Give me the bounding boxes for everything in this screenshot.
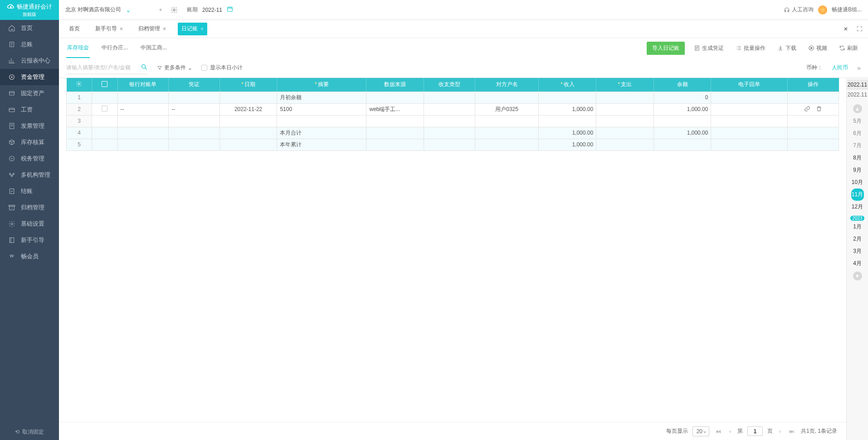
vip-icon — [8, 253, 15, 260]
username[interactable]: 畅捷通B组... — [832, 6, 862, 14]
col-expense[interactable]: 支出 — [596, 78, 654, 92]
close-icon[interactable]: × — [200, 26, 204, 32]
col-counterparty[interactable]: 对方户名 — [475, 78, 539, 92]
col-action[interactable]: 操作 — [788, 78, 839, 92]
search-input[interactable] — [66, 64, 137, 71]
gear-icon — [76, 81, 82, 87]
sidebar-item-3[interactable]: 资金管理 — [0, 69, 59, 85]
col-io-type[interactable]: 收支类型 — [424, 78, 475, 92]
table-row[interactable]: 3 — [67, 115, 839, 127]
close-all-tabs[interactable]: ✕ — [841, 26, 851, 32]
video-button[interactable]: 视频 — [805, 43, 830, 54]
avatar[interactable] — [818, 5, 827, 15]
generate-voucher-button[interactable]: 生成凭证 — [691, 43, 727, 54]
sidebar-item-5[interactable]: 工资 — [0, 102, 59, 118]
next-page-button[interactable]: › — [777, 428, 783, 435]
sub-tab-0[interactable]: 库存现金 — [66, 38, 90, 58]
calendar-icon[interactable] — [227, 6, 233, 14]
sidebar-item-12[interactable]: 基础设置 — [0, 216, 59, 232]
month-item[interactable]: 12月 — [850, 201, 864, 213]
month-item[interactable]: 5月 — [850, 115, 864, 127]
col-balance[interactable]: 余额 — [653, 78, 711, 92]
month-item[interactable]: 6月 — [850, 127, 864, 140]
month-item[interactable]: 9月 — [850, 164, 864, 176]
col-income[interactable]: 收入 — [539, 78, 596, 92]
month-item[interactable]: 8月 — [850, 152, 864, 164]
sidebar-item-0[interactable]: 首页 — [0, 20, 59, 36]
table-settings-header[interactable] — [67, 78, 92, 92]
refresh-button[interactable]: 刷新 — [836, 43, 861, 54]
ledger-icon — [8, 41, 15, 48]
page-tab-2[interactable]: 归档管理× — [135, 23, 170, 35]
page-tab-1[interactable]: 新手引导× — [92, 23, 127, 35]
sidebar-item-4[interactable]: 固定资产 — [0, 85, 59, 102]
sidebar-item-1[interactable]: 总账 — [0, 36, 59, 53]
month-item[interactable]: 10月 — [850, 176, 864, 189]
delete-icon[interactable] — [816, 107, 822, 113]
sidebar-item-14[interactable]: 畅会员 — [0, 248, 59, 265]
month-item[interactable]: 7月 — [850, 140, 864, 152]
row-checkbox[interactable] — [102, 106, 107, 111]
guide-icon — [8, 237, 15, 244]
first-page-button[interactable]: ⏮ — [714, 428, 723, 435]
table-row[interactable]: 2 -- -- 2022-11-22 5100 web端手工... 用户0325… — [67, 103, 839, 115]
table-row[interactable]: 5本年累计1,000.00 — [67, 139, 839, 150]
col-source[interactable]: 数据来源 — [366, 78, 424, 92]
year-pill-0[interactable]: 2022.11 — [847, 80, 868, 90]
search-icon[interactable] — [141, 63, 148, 72]
col-voucher[interactable]: 凭证 — [169, 78, 220, 92]
sub-tab-1[interactable]: 中行办庄... — [101, 38, 129, 58]
import-button[interactable]: 导入日记账 — [647, 42, 685, 55]
month-item[interactable]: 2月 — [850, 233, 864, 245]
help-link[interactable]: 人工咨询 — [784, 6, 814, 14]
currency-selector[interactable]: 人民币 — [832, 64, 848, 72]
month-item[interactable]: 11月 — [851, 189, 864, 201]
per-page-select[interactable]: 20 — [692, 426, 709, 436]
close-icon[interactable]: × — [163, 26, 166, 32]
month-item[interactable]: 3月 — [850, 245, 864, 257]
sidebar-item-6[interactable]: 发票管理 — [0, 118, 59, 134]
last-page-button[interactable]: ⏭ — [787, 428, 796, 435]
page-tab-0[interactable]: 首页 — [65, 23, 83, 35]
page-tab-3[interactable]: 日记账× — [178, 23, 207, 35]
show-subtotal-checkbox[interactable]: 显示本日小计 — [201, 64, 243, 72]
sidebar-item-13[interactable]: 新手引导 — [0, 232, 59, 248]
sidebar-item-2[interactable]: 云报表中心 — [0, 53, 59, 69]
download-button[interactable]: 下载 — [775, 43, 799, 54]
sidebar-item-9[interactable]: 多机构管理 — [0, 167, 59, 183]
checkbox-icon — [201, 65, 207, 71]
gear-icon — [8, 220, 15, 227]
batch-button[interactable]: 批量操作 — [733, 43, 768, 54]
close-icon[interactable]: × — [120, 26, 123, 32]
link-icon[interactable] — [804, 107, 810, 113]
month-up-button[interactable]: ▲ — [853, 104, 862, 113]
fullscreen-button[interactable]: ⛶ — [854, 26, 864, 32]
more-filters-label: 更多条件 — [164, 64, 186, 72]
page-prefix: 第 — [737, 427, 743, 435]
company-selector[interactable]: 北京 对啊酒店有限公司 ⌄ — [65, 6, 151, 14]
table-row[interactable]: 4本月合计1,000.001,000.00 — [67, 127, 839, 139]
col-summary[interactable]: 摘要 — [277, 78, 366, 92]
sidebar-item-7[interactable]: 库存核算 — [0, 134, 59, 150]
expand-icon[interactable]: » — [857, 64, 861, 72]
prev-page-button[interactable]: ‹ — [727, 428, 733, 435]
year-pill-1[interactable]: 2022.11 — [847, 90, 868, 100]
sidebar-item-label: 发票管理 — [21, 122, 44, 130]
table-row[interactable]: 1月初余额0 — [67, 92, 839, 103]
sidebar-item-11[interactable]: 归档管理 — [0, 199, 59, 216]
more-filters-button[interactable]: 更多条件 ⌄ — [157, 64, 192, 72]
month-down-button[interactable]: ▼ — [853, 271, 862, 280]
col-bank[interactable]: 银行对账单 — [117, 78, 169, 92]
select-all-header[interactable] — [92, 78, 117, 92]
sidebar-item-10[interactable]: 结账 — [0, 183, 59, 199]
page-input[interactable] — [747, 426, 763, 436]
add-button[interactable]: ＋ — [156, 5, 165, 15]
col-date[interactable]: 日期 — [219, 78, 277, 92]
col-receipt[interactable]: 电子回单 — [711, 78, 788, 92]
sidebar-item-8[interactable]: 税务管理 — [0, 150, 59, 167]
unpin-button[interactable]: ⟲ 取消固定 — [0, 424, 59, 440]
settings-button[interactable] — [170, 5, 179, 15]
month-item[interactable]: 1月 — [850, 221, 864, 233]
sub-tab-2[interactable]: 中国工商... — [140, 38, 168, 58]
month-item[interactable]: 4月 — [850, 257, 864, 270]
